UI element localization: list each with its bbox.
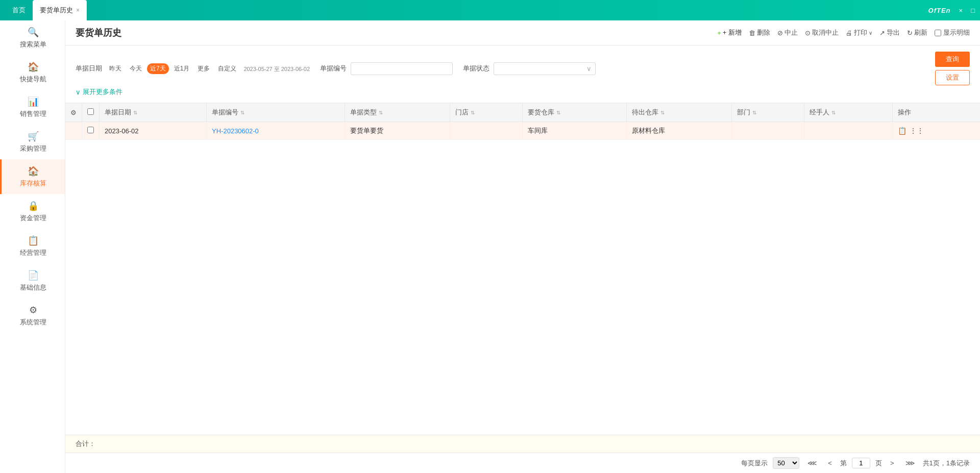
- date-shortcut-yesterday[interactable]: 昨天: [106, 63, 125, 74]
- col-docno-label: 单据编号: [212, 108, 238, 117]
- sort-docno-icon: ⇅: [240, 110, 244, 115]
- table-col-checkbox: [82, 103, 100, 122]
- row-settings-cell: [65, 122, 82, 140]
- cancel-stop-label: 取消中止: [812, 28, 839, 37]
- export-button[interactable]: ↗ 导出: [879, 28, 900, 37]
- date-range-display: 2023-05-27 至 2023-06-02: [243, 65, 310, 73]
- status-select-wrapper: [494, 62, 596, 75]
- row-dept-cell: [732, 122, 804, 140]
- col-store-label: 门店: [455, 108, 469, 117]
- col-reqwh-label: 要货仓库: [528, 108, 554, 117]
- table-col-store[interactable]: 门店 ⇅: [450, 103, 523, 122]
- inventory-icon: 🏠: [28, 165, 39, 177]
- table-col-pending-warehouse[interactable]: 待出仓库 ⇅: [626, 103, 731, 122]
- delete-button[interactable]: 🗑 删除: [749, 28, 770, 37]
- content-area: 要货单历史 + + 新增 🗑 删除 ⊘ 中止 ⊙ 取消中止: [65, 20, 980, 473]
- col-actions-label: 操作: [898, 108, 911, 116]
- clipboard-icon: 📋: [28, 235, 39, 246]
- sort-reqwh-icon: ⇅: [556, 110, 560, 115]
- filter-actions: 查询 设置: [935, 52, 970, 85]
- refresh-label: 刷新: [914, 28, 927, 37]
- sidebar-item-basic-info[interactable]: 📄 基础信息: [0, 264, 65, 298]
- toolbar: + + 新增 🗑 删除 ⊘ 中止 ⊙ 取消中止 🖨 打印: [717, 28, 970, 37]
- page-label: 第: [840, 459, 847, 468]
- tab-requisition-label: 要货单历史: [40, 6, 73, 15]
- sidebar-item-sales[interactable]: 📊 销售管理: [0, 90, 65, 125]
- prev-page-btn[interactable]: <: [825, 458, 835, 468]
- table-footer: 合计：: [65, 435, 980, 453]
- date-filter-group: 单据日期 昨天 今天 近7天 近1月 更多 自定义 2023-05-27 至 2…: [76, 63, 310, 74]
- status-filter-group: 单据状态: [463, 62, 596, 75]
- table-col-settings[interactable]: ⚙: [65, 103, 82, 122]
- table-col-date[interactable]: 单据日期 ⇅: [100, 103, 207, 122]
- window-close-btn[interactable]: ×: [959, 7, 963, 14]
- tab-close-icon[interactable]: ×: [76, 7, 80, 14]
- settings-button[interactable]: 设置: [935, 70, 970, 85]
- col-dept-label: 部门: [737, 108, 750, 117]
- cancel-stop-button[interactable]: ⊙ 取消中止: [805, 28, 839, 37]
- query-button[interactable]: 查询: [935, 52, 970, 67]
- sort-pendwh-icon: ⇅: [660, 110, 665, 115]
- date-shortcut-more[interactable]: 更多: [194, 63, 213, 74]
- stop-label: 中止: [785, 28, 798, 37]
- table-col-handler[interactable]: 经手人 ⇅: [804, 103, 892, 122]
- display-detail-button[interactable]: 显示明细: [935, 28, 970, 37]
- sidebar-item-operations-label: 经营管理: [20, 248, 46, 257]
- table-body: 2023-06-02 YH-20230602-0 要货单要货 车间库: [65, 122, 980, 140]
- sidebar-item-finance-label: 资金管理: [20, 214, 46, 223]
- new-button[interactable]: + + 新增: [717, 28, 742, 37]
- row-reqwh: 车间库: [528, 127, 548, 134]
- print-button[interactable]: 🖨 打印 ∨: [846, 28, 872, 37]
- sidebar-item-purchase[interactable]: 🛒 采购管理: [0, 125, 65, 159]
- first-page-btn[interactable]: ⋘: [804, 458, 820, 468]
- print-dropdown-icon[interactable]: ∨: [869, 30, 872, 36]
- table-col-req-warehouse[interactable]: 要货仓库 ⇅: [522, 103, 626, 122]
- sidebar-item-quick-nav[interactable]: 🏠 快捷导航: [0, 55, 65, 90]
- cancel-stop-icon: ⊙: [805, 29, 811, 37]
- per-page-label: 每页显示: [741, 459, 768, 468]
- date-shortcut-today[interactable]: 今天: [127, 63, 145, 74]
- export-icon: ↗: [879, 29, 885, 37]
- page-title: 要货单历史: [76, 27, 121, 39]
- per-page-select[interactable]: 50 100: [773, 457, 799, 469]
- refresh-icon: ↻: [907, 29, 913, 37]
- refresh-button[interactable]: ↻ 刷新: [907, 28, 927, 37]
- row-checkbox[interactable]: [87, 127, 94, 133]
- row-pendwh-cell: 原材料仓库: [626, 122, 731, 140]
- date-shortcut-7days[interactable]: 近7天: [147, 63, 169, 74]
- sidebar-item-inventory[interactable]: 🏠 库存核算: [0, 159, 65, 194]
- col-pendwh-label: 待出仓库: [632, 108, 658, 117]
- select-all-checkbox[interactable]: [87, 108, 94, 115]
- table-col-department[interactable]: 部门 ⇅: [732, 103, 804, 122]
- table-col-doc-no[interactable]: 单据编号 ⇅: [207, 103, 345, 122]
- sidebar-item-operations[interactable]: 📋 经营管理: [0, 229, 65, 264]
- sort-handler-icon: ⇅: [831, 110, 836, 115]
- date-shortcuts: 昨天 今天 近7天 近1月 更多 自定义: [106, 63, 239, 74]
- doc-no-input[interactable]: [351, 62, 453, 75]
- date-shortcut-1month[interactable]: 近1月: [171, 63, 193, 74]
- status-select[interactable]: [494, 62, 596, 75]
- table-row[interactable]: 2023-06-02 YH-20230602-0 要货单要货 车间库: [65, 122, 980, 140]
- row-docno-link[interactable]: YH-20230602-0: [212, 127, 259, 135]
- next-page-btn[interactable]: >: [887, 458, 897, 468]
- page-input[interactable]: [852, 458, 870, 468]
- tab-requisition-history[interactable]: 要货单历史 ×: [33, 0, 87, 20]
- row-more-btn[interactable]: ⋮⋮: [910, 127, 924, 135]
- stop-button[interactable]: ⊘ 中止: [777, 28, 798, 37]
- expand-more-btn[interactable]: ∨ 展开更多条件: [76, 87, 970, 97]
- tab-home[interactable]: 首页: [5, 0, 33, 20]
- sidebar-item-system[interactable]: ⚙ 系统管理: [0, 298, 65, 333]
- sort-date-icon: ⇅: [133, 110, 137, 115]
- last-page-btn[interactable]: ⋙: [902, 458, 918, 468]
- date-shortcut-custom[interactable]: 自定义: [215, 63, 239, 74]
- sidebar-item-basic-info-label: 基础信息: [20, 283, 46, 292]
- print-icon: 🖨: [846, 29, 852, 37]
- table-col-doc-type[interactable]: 单据类型 ⇅: [345, 103, 450, 122]
- doc-no-filter-group: 单据编号: [320, 62, 453, 75]
- sidebar-item-finance[interactable]: 🔒 资金管理: [0, 194, 65, 229]
- row-edit-btn[interactable]: 📋: [898, 127, 906, 135]
- sidebar-item-search[interactable]: 🔍 搜索菜单: [0, 20, 65, 55]
- display-detail-checkbox[interactable]: [935, 30, 941, 36]
- sidebar-item-quick-nav-label: 快捷导航: [20, 75, 46, 84]
- window-maximize-btn[interactable]: □: [971, 7, 975, 14]
